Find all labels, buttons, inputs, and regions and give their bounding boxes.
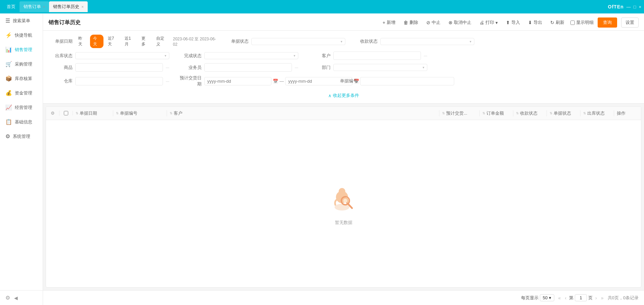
filter-complete-status-select[interactable]: ▾ (204, 52, 298, 59)
purchase-mgmt-icon: 🛒 (5, 61, 12, 67)
product-dots-icon[interactable]: ··· (166, 65, 169, 70)
date-btn-custom[interactable]: 自定义 (153, 35, 170, 48)
import-button[interactable]: ⬆ 导入 (504, 18, 522, 27)
export-button[interactable]: ⬇ 导出 (526, 18, 544, 27)
operations-icon: 📈 (5, 104, 12, 111)
th-payment-status: ⇅ 收款状态 (513, 110, 547, 116)
cancel-stop-button[interactable]: ⊗ 取消中止 (446, 18, 473, 27)
payment-status-arrow-icon: ▾ (470, 40, 471, 43)
th-checkbox[interactable] (59, 111, 73, 115)
sidebar-item-finance[interactable]: 💰 资金管理 (0, 86, 43, 100)
tab-sales-order-close[interactable]: × (43, 5, 45, 9)
basic-info-label: 基础信息 (15, 119, 32, 125)
sidebar-settings-icon[interactable]: ⚙ (5, 295, 10, 301)
next-page-btn[interactable]: › (594, 295, 598, 301)
date-btn-7days[interactable]: 近7天 (105, 35, 120, 48)
display-cols-option[interactable]: 显示明细 (570, 20, 594, 26)
sort-order-icon[interactable]: ⇅ (550, 111, 552, 115)
tab-sales-order-history[interactable]: 销售订单历史 × (49, 1, 87, 12)
sort-delivery-icon[interactable]: ⇅ (442, 111, 445, 115)
sort-amount-icon[interactable]: ⇅ (482, 111, 485, 115)
sidebar-bottom: ⚙ ◀ (0, 290, 43, 305)
filter-dept-select[interactable]: ▾ (333, 64, 427, 71)
brand-label: OfTEn (608, 4, 624, 9)
search-menu-icon: ☰ (5, 17, 10, 24)
salesperson-dots-icon[interactable]: ··· (295, 65, 298, 70)
filter-payment-status-select[interactable]: ▾ (380, 38, 474, 45)
close-btn[interactable]: × (639, 4, 641, 9)
delete-button[interactable]: 🗑 删除 (401, 18, 420, 27)
filter-order-status-select[interactable]: ▾ (251, 38, 345, 45)
prev-page-btn[interactable]: ‹ (563, 295, 568, 301)
sidebar-item-basic-info[interactable]: 📋 基础信息 (0, 115, 43, 129)
delete-label: 删除 (410, 20, 418, 26)
th-stock-status: ⇅ 出库状态 (581, 110, 614, 116)
filter-delivery-date-start[interactable] (204, 77, 271, 85)
display-cols-checkbox[interactable] (570, 21, 575, 25)
date-btn-1month[interactable]: 近1月 (122, 35, 137, 48)
sidebar-item-operations[interactable]: 📈 经营管理 (0, 100, 43, 115)
filter-label-doc-number: 单据编号 (333, 78, 360, 84)
sidebar-item-search-menu[interactable]: ☰ 搜索菜单 (0, 13, 43, 28)
select-all-checkbox[interactable] (64, 111, 68, 115)
th-customer: ⇅ 客户 (167, 110, 439, 116)
th-settings-icon[interactable]: ⚙ (46, 111, 59, 116)
tab-sales-order-history-close[interactable]: × (81, 5, 83, 9)
add-icon: + (383, 20, 385, 25)
sidebar-item-sales-mgmt[interactable]: 📊 销售管理 (0, 42, 43, 57)
sort-number-icon[interactable]: ⇅ (116, 111, 119, 115)
filter-row-1: 单据日期 昨天 今天 近7天 近1月 更多 自定义 2023-06-02 至 2… (48, 35, 639, 48)
stop-icon: ⊘ (426, 20, 430, 25)
sidebar-item-sys-mgmt[interactable]: ⚙ 系统管理 (0, 129, 43, 144)
th-ops: 操作 (614, 110, 641, 116)
filter-area: 单据日期 昨天 今天 近7天 近1月 更多 自定义 2023-06-02 至 2… (43, 31, 644, 104)
empty-illustration: 暂无数据 (324, 182, 364, 226)
current-page-label: 第 (569, 295, 573, 301)
filter-warehouse-input[interactable] (75, 77, 163, 85)
customer-dots-icon[interactable]: ··· (424, 53, 427, 58)
filter-doc-number-input[interactable] (360, 77, 454, 85)
page-size-box[interactable]: 50 ▾ (540, 294, 554, 301)
date-btn-more[interactable]: 更多 (138, 35, 152, 48)
stop-button[interactable]: ⊘ 中止 (424, 18, 442, 27)
filter-customer-input[interactable] (333, 51, 421, 60)
sales-order-label: 销售订单 (24, 4, 41, 10)
tab-sales-order[interactable]: 销售订单 × (19, 1, 49, 12)
quick-nav-label: 快捷导航 (15, 32, 32, 38)
sidebar-collapse-icon[interactable]: ◀ (14, 295, 18, 301)
page-nav: « ‹ 第 页 › » (557, 294, 605, 301)
filter-label-salesperson: 业务员 (177, 65, 204, 71)
last-page-btn[interactable]: » (600, 295, 605, 301)
query-button[interactable]: 查询 (598, 17, 617, 28)
maximize-btn[interactable]: □ (634, 4, 636, 9)
sort-date-icon[interactable]: ⇅ (76, 111, 78, 115)
date-btn-today[interactable]: 今天 (90, 35, 103, 48)
sales-order-history-label: 销售订单历史 (53, 4, 79, 10)
minimize-btn[interactable]: — (627, 4, 631, 9)
sidebar-item-purchase-mgmt[interactable]: 🛒 采购管理 (0, 57, 43, 71)
date-btn-yesterday[interactable]: 昨天 (75, 35, 89, 48)
filter-salesperson-input[interactable] (204, 63, 292, 72)
settings-button[interactable]: 设置 (621, 17, 639, 28)
purchase-mgmt-label: 采购管理 (15, 61, 32, 67)
first-page-btn[interactable]: « (557, 295, 562, 301)
page-number-input[interactable] (575, 294, 587, 301)
print-button[interactable]: 🖨 打印 ▾ (477, 18, 500, 27)
sidebar-item-quick-nav[interactable]: ⚡ 快捷导航 (0, 28, 43, 42)
sort-customer-icon[interactable]: ⇅ (170, 111, 172, 115)
chevron-up-icon: ∧ (328, 93, 332, 98)
refresh-button[interactable]: ↻ 刷新 (548, 18, 566, 27)
add-button[interactable]: + 新增 (381, 18, 397, 27)
filter-stock-out-status-select[interactable]: ▾ (75, 52, 169, 59)
export-label: 导出 (533, 20, 542, 26)
sort-stock-icon[interactable]: ⇅ (583, 111, 586, 115)
filter-label-dept: 部门 (306, 65, 333, 71)
sidebar-item-inventory[interactable]: 📦 库存核算 (0, 71, 43, 86)
filter-product-input[interactable] (75, 63, 163, 72)
tab-home[interactable]: 首页 (3, 1, 19, 12)
sort-payment-icon[interactable]: ⇅ (516, 111, 519, 115)
collapse-more-btn[interactable]: ∧ 收起更多条件 (48, 90, 639, 99)
filter-label-product: 商品 (48, 65, 75, 71)
warehouse-dots-icon[interactable]: ··· (166, 79, 169, 84)
calendar-start-icon[interactable]: 📅 (273, 79, 278, 84)
